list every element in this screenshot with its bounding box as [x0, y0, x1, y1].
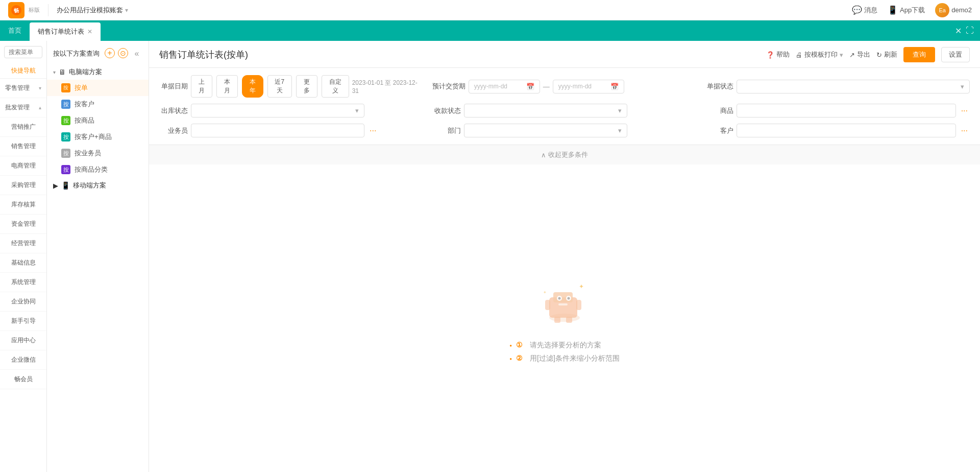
app-name-label: 办公用品行业模拟账套: [57, 6, 123, 15]
left-panel-header: 按以下方案查询 + ⊙ «: [47, 45, 149, 64]
svg-rect-12: [554, 317, 560, 323]
template-print-icon: 🖨: [796, 51, 802, 59]
sidebar-item-ecom-mgmt[interactable]: 电商管理: [0, 156, 46, 176]
settings-btn[interactable]: 设置: [941, 47, 970, 62]
tab-home-label: 首页: [8, 26, 21, 35]
date-btn-last-month[interactable]: 上月: [191, 75, 212, 98]
bill-date-label: 单据日期: [159, 82, 188, 91]
pc-section-arrow: ▾: [53, 69, 56, 75]
scheme-item-by-customer-goods[interactable]: 按 按客户+商品: [47, 129, 149, 145]
goods-input[interactable]: [737, 104, 955, 117]
sidebar-item-wholesale-mgmt[interactable]: 批发管理 ▴: [0, 98, 46, 117]
mobile-scheme-section-header[interactable]: ▶ 📱 移动端方案: [47, 178, 149, 193]
scheme-item-by-salesperson[interactable]: 按 按业务员: [47, 145, 149, 161]
customer-label: 客户: [705, 126, 733, 135]
sidebar-item-sales-mgmt[interactable]: 销售管理: [0, 137, 46, 156]
sidebar-item-basic-info[interactable]: 基础信息: [0, 253, 46, 273]
app-selector[interactable]: 办公用品行业模拟账套 ▾: [57, 6, 128, 15]
sidebar-item-finance-mgmt[interactable]: 资金管理: [0, 215, 46, 234]
filter-goods: 商品 ···: [705, 104, 970, 117]
mobile-section-label: 移动端方案: [73, 181, 106, 190]
pc-scheme-section-header[interactable]: ▾ 🖥 电脑端方案: [47, 64, 149, 80]
svg-rect-9: [558, 303, 568, 305]
date-btn-this-month[interactable]: 本月: [216, 75, 238, 98]
sidebar-item-purchase-mgmt[interactable]: 采购管理: [0, 176, 46, 195]
date-btn-custom[interactable]: 自定义: [322, 75, 349, 98]
bill-status-select[interactable]: ▾: [737, 80, 970, 93]
date-range-display: 2023-01-01 至 2023-12-31: [352, 79, 424, 95]
goods-dots[interactable]: ···: [959, 106, 970, 115]
content-area: 按以下方案查询 + ⊙ « ▾ 🖥: [47, 41, 980, 472]
svg-text:✦: ✦: [543, 290, 547, 295]
svg-text:✦: ✦: [579, 283, 584, 290]
tab-close-window-btn[interactable]: ✕: [955, 26, 962, 36]
scheme-item-by-customer[interactable]: 按 按客户: [47, 96, 149, 112]
main-layout: 快捷导航 零售管理 ▾ 批发管理 ▴ 营销推广 销售管理 电商管理 采购管理 库…: [0, 41, 980, 472]
print-arrow-icon: ▾: [840, 51, 843, 59]
search-btn[interactable]: 查询: [903, 47, 935, 62]
page-actions: ❓ 帮助 🖨 按模板打印 ▾ ↗ 导出 ↻ 刷新: [766, 47, 970, 62]
sidebar-item-new-guide[interactable]: 新手引导: [0, 312, 46, 331]
sidebar-search-container: [0, 41, 46, 63]
refresh-btn[interactable]: ↻ 刷新: [876, 50, 897, 59]
sidebar-item-marketing[interactable]: 营销推广: [0, 117, 46, 137]
dept-label: 部门: [432, 126, 461, 135]
help-btn[interactable]: ❓ 帮助: [766, 50, 790, 59]
wholesale-arrow-icon: ▴: [39, 105, 41, 110]
svg-text:畅: 畅: [14, 8, 19, 13]
expected-delivery-to[interactable]: yyyy-mm-dd 📅: [553, 80, 624, 93]
sidebar-item-ops-mgmt[interactable]: 经营管理: [0, 234, 46, 253]
topbar-right: 💬 消息 📱 App下载 Ea demo2: [852, 3, 972, 17]
main-area: 销售订单统计表(按单) ❓ 帮助 🖨 按模板打印 ▾ ↗ 导出: [149, 41, 980, 472]
shipment-status-select[interactable]: ▾: [191, 104, 364, 117]
app-download-label: App下载: [900, 6, 925, 15]
app-download-btn[interactable]: 📱 App下载: [888, 5, 925, 15]
payment-status-select[interactable]: ▾: [464, 104, 627, 117]
customer-input[interactable]: [737, 124, 955, 137]
filter-row-2: 出库状态 ▾ 收款状态 ▾ 商品: [159, 104, 970, 117]
left-panel-actions: + ⊙ «: [105, 48, 142, 59]
left-panel: 按以下方案查询 + ⊙ « ▾ 🖥: [47, 41, 149, 472]
user-profile[interactable]: Ea demo2: [935, 3, 972, 17]
template-print-btn[interactable]: 🖨 按模板打印 ▾: [796, 50, 843, 59]
page-header: 销售订单统计表(按单) ❓ 帮助 🖨 按模板打印 ▾ ↗ 导出: [149, 41, 980, 68]
export-btn[interactable]: ↗ 导出: [849, 50, 870, 59]
date-sep: —: [543, 83, 550, 90]
scheme-item-by-goods[interactable]: 按 按商品: [47, 112, 149, 129]
tab-expand-btn[interactable]: ⛶: [966, 26, 974, 35]
sidebar-item-enterprise-wechat[interactable]: 企业微信: [0, 350, 46, 370]
date-btn-last-7days[interactable]: 近7天: [267, 75, 292, 98]
date-btn-this-year[interactable]: 本年: [242, 75, 263, 98]
sidebar-item-inventory-calc[interactable]: 库存核算: [0, 195, 46, 215]
date-btn-more[interactable]: 更多: [296, 75, 317, 98]
collapse-panel-btn[interactable]: «: [131, 48, 142, 59]
search-input[interactable]: [4, 46, 42, 58]
help-icon: ❓: [766, 51, 774, 59]
salesperson-dots[interactable]: ···: [368, 126, 378, 135]
message-btn[interactable]: 💬 消息: [852, 5, 877, 15]
add-scheme-btn[interactable]: +: [105, 48, 115, 58]
empty-state-illustration: ✦ ✦: [534, 269, 595, 331]
sidebar-item-member[interactable]: 畅会员: [0, 370, 46, 389]
sidebar-item-enterprise-collab[interactable]: 企业协同: [0, 292, 46, 312]
sidebar-item-retail-mgmt[interactable]: 零售管理 ▾: [0, 79, 46, 98]
sidebar-item-sys-mgmt[interactable]: 系统管理: [0, 273, 46, 292]
settings-scheme-btn[interactable]: ⊙: [118, 48, 128, 58]
shipment-status-arrow-icon: ▾: [355, 107, 359, 114]
dept-select[interactable]: ▾: [464, 124, 627, 137]
tab-home[interactable]: 首页: [0, 20, 30, 41]
sidebar-item-app-center[interactable]: 应用中心: [0, 331, 46, 350]
expected-delivery-from[interactable]: yyyy-mm-dd 📅: [469, 80, 540, 93]
app-download-icon: 📱: [888, 5, 898, 15]
empty-tip-2: 用[过滤]条件来缩小分析范围: [530, 354, 620, 363]
topbar-left: 畅 标版 办公用品行业模拟账套 ▾: [8, 2, 128, 18]
salesperson-input[interactable]: [191, 124, 364, 137]
tab-sales-order-stat[interactable]: 销售订单统计表 ✕: [30, 22, 101, 41]
sidebar-quick-nav[interactable]: 快捷导航: [0, 63, 46, 79]
scheme-item-by-goods-category[interactable]: 按 按商品分类: [47, 161, 149, 178]
collapse-filter-row[interactable]: ∧ 收起更多条件: [149, 145, 980, 164]
scheme-item-by-order[interactable]: 按 按单: [47, 80, 149, 96]
tabbar: 首页 销售订单统计表 ✕ ✕ ⛶: [0, 20, 980, 41]
tab-close-icon[interactable]: ✕: [87, 28, 92, 35]
customer-dots[interactable]: ···: [959, 126, 970, 135]
